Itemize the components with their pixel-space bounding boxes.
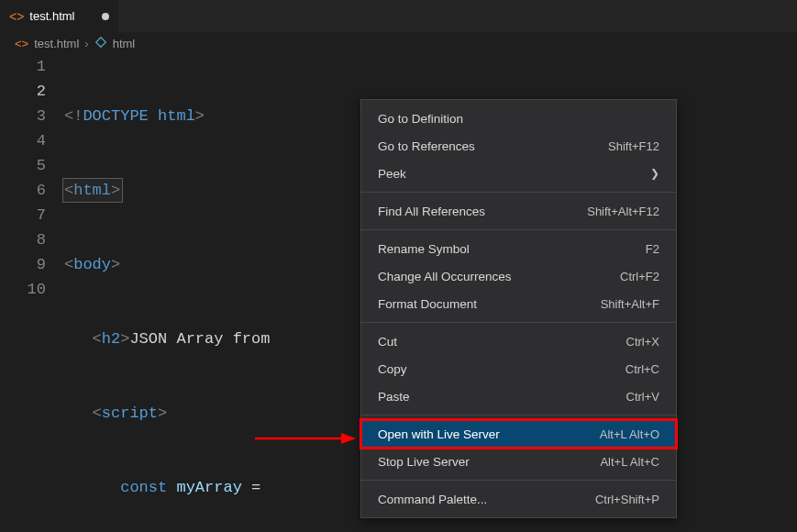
line-number: 9 bbox=[0, 252, 46, 277]
chevron-right-icon: › bbox=[84, 37, 88, 50]
menu-stop-live-server[interactable]: Stop Live Server Alt+L Alt+C bbox=[361, 448, 676, 475]
menu-open-with-live-server[interactable]: Open with Live Server Alt+L Alt+O bbox=[361, 420, 676, 448]
menu-separator bbox=[361, 192, 676, 193]
context-menu: Go to Definition Go to References Shift+… bbox=[360, 99, 677, 518]
menu-go-to-definition[interactable]: Go to Definition bbox=[361, 105, 676, 132]
menu-rename-symbol[interactable]: Rename Symbol F2 bbox=[361, 235, 676, 262]
line-number: 5 bbox=[0, 153, 46, 178]
line-number: 2 bbox=[0, 79, 46, 104]
menu-cut[interactable]: Cut Ctrl+X bbox=[361, 327, 676, 355]
breadcrumb: <> test.html › html bbox=[0, 32, 797, 54]
tab-label: test.html bbox=[29, 9, 74, 23]
line-number: 6 bbox=[0, 178, 46, 203]
menu-change-all-occurrences[interactable]: Change All Occurrences Ctrl+F2 bbox=[361, 262, 676, 290]
line-number: 3 bbox=[0, 104, 46, 128]
menu-format-document[interactable]: Format Document Shift+Alt+F bbox=[361, 290, 676, 317]
chevron-right-icon: ❯ bbox=[650, 167, 659, 180]
breadcrumb-file[interactable]: test.html bbox=[34, 37, 79, 50]
menu-paste[interactable]: Paste Ctrl+V bbox=[361, 382, 676, 410]
menu-command-palette[interactable]: Command Palette... Ctrl+Shift+P bbox=[361, 485, 676, 513]
tab-test-html[interactable]: <> test.html bbox=[0, 0, 119, 32]
menu-go-to-references[interactable]: Go to References Shift+F12 bbox=[361, 132, 676, 160]
unsaved-indicator-icon bbox=[102, 13, 109, 20]
menu-copy[interactable]: Copy Ctrl+C bbox=[361, 355, 676, 382]
html-file-icon: <> bbox=[9, 9, 24, 24]
menu-separator bbox=[361, 480, 676, 481]
line-number: 8 bbox=[0, 227, 46, 252]
line-number: 10 bbox=[0, 277, 46, 302]
line-number: 1 bbox=[0, 54, 46, 79]
menu-separator bbox=[361, 415, 676, 416]
line-number: 4 bbox=[0, 128, 46, 153]
menu-separator bbox=[361, 322, 676, 323]
menu-peek[interactable]: Peek ❯ bbox=[361, 160, 676, 187]
line-number: 7 bbox=[0, 203, 46, 227]
tag-icon bbox=[94, 36, 107, 51]
tab-bar: <> test.html bbox=[0, 0, 797, 32]
menu-find-all-references[interactable]: Find All References Shift+Alt+F12 bbox=[361, 197, 676, 225]
breadcrumb-symbol[interactable]: html bbox=[113, 37, 136, 50]
menu-separator bbox=[361, 229, 676, 230]
line-number-gutter: 1 2 3 4 5 6 7 8 9 10 bbox=[0, 54, 64, 532]
html-file-icon: <> bbox=[15, 37, 28, 50]
